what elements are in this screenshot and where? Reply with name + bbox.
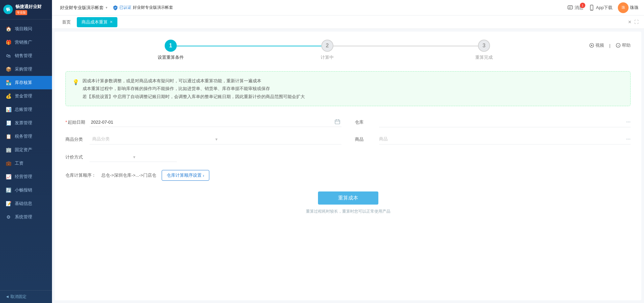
sidebar-item-accounting[interactable]: 📊 总账管理 [0,103,52,116]
system-icon: ⚙ [5,214,11,220]
sidebar-item-expense[interactable]: 🔄 小畅报销 [0,183,52,197]
payroll-icon: 💼 [5,160,11,166]
info-box: 💡 因成本计算参数调整，或是对商品成本有疑问时，可以通过成本重算功能，重新计算一… [65,71,631,106]
verified-account-name: 好业财专业版演示帐套 [133,5,173,10]
category-select[interactable]: 商品分类 ▾ [90,134,341,144]
account-name: 好业财专业版演示帐套 [60,5,104,11]
close-window-icon[interactable]: ✕ [628,19,632,25]
svg-text:?: ? [618,44,619,47]
step-2-label: 计算中 [321,54,334,60]
help-link[interactable]: ? 帮助 [616,42,631,48]
start-date-label: *起始日期 [65,119,86,125]
sidebar-item-inventory[interactable]: 🏪 库存核算 [0,76,52,89]
pricing-row: 计价方式 ▾ [65,153,631,162]
app-title: 畅捷通好业财 [15,4,42,9]
user-profile[interactable]: 珠 珠珠 [618,2,639,13]
app-download-button[interactable]: App下载 [589,5,612,11]
help-links: 视频 | ? 帮助 [589,40,631,48]
app-logo: 畅 [3,5,13,14]
start-date-field [90,118,341,127]
sidebar-item-procurement[interactable]: 📦 采购管理 [0,62,52,76]
bulb-icon: 💡 [72,78,79,100]
verified-badge: 已认证 好业财专业版演示帐套 [113,5,173,10]
app-title-block: 畅捷通好业财 专业版 [15,4,42,15]
sidebar-item-marketing[interactable]: 🎁 营销推广 [0,36,52,49]
category-chevron-icon: ▾ [215,137,338,142]
fixed-assets-icon: 🏢 [5,147,11,153]
sidebar-item-basic-info[interactable]: 📝 基础信息 [0,197,52,210]
video-link[interactable]: 视频 [589,42,604,48]
notification-count: 1 [580,3,585,8]
sales-icon: 🛍 [5,53,11,59]
sidebar-item-invoice[interactable]: 🧾 发票管理 [0,116,52,130]
calendar-icon[interactable] [333,119,341,125]
tax-icon: 📋 [5,133,11,139]
warehouse-label: 仓库 [355,119,375,125]
basic-info-icon: 📝 [5,201,11,207]
finance-icon: 💰 [5,93,11,99]
procurement-icon: 📦 [5,66,11,72]
account-chevron-icon: ▾ [106,6,107,9]
sidebar-item-fixed-assets[interactable]: 🏢 固定资产 [0,143,52,157]
steps-help-row: 1 设置重算条件 2 计算中 3 [65,40,631,60]
svg-rect-7 [335,120,340,124]
message-icon [567,5,573,11]
form-row-warehouse: 仓库 ··· [355,117,631,127]
project-advisor-icon: 🏠 [5,26,11,32]
steps-container: 1 设置重算条件 2 计算中 3 [65,40,589,60]
step-line-1-2 [171,46,327,46]
expand-window-icon[interactable]: ⛶ [634,19,639,25]
warehouse-field: ··· [379,117,631,127]
svg-rect-0 [568,6,573,9]
sidebar-item-project-advisor[interactable]: 🏠 项目顾问 [0,22,52,36]
warehouse-order-row: 仓库计算顺序： 总仓->深圳仓库->...->门店仓 仓库计算顺序设置 › [65,170,631,181]
pricing-label: 计价方式 [65,154,86,160]
tab-cost-recalc[interactable]: 商品成本重算 ✕ [77,17,117,27]
content-area: 1 设置重算条件 2 计算中 3 [55,32,641,300]
step-2: 2 计算中 [249,40,406,60]
sidebar-unpin-button[interactable]: ◄ 取消固定 [0,290,52,303]
step-line-2-3 [327,46,484,46]
tab-home[interactable]: 首页 [57,17,75,27]
tabbar: 首页 商品成本重算 ✕ ✕ ⛶ [52,15,644,29]
warehouse-order-value: 总仓->深圳仓库->...->门店仓 [101,172,156,178]
help-separator: | [609,42,610,48]
tab-actions: ✕ ⛶ [628,19,639,25]
shield-check-icon [113,5,118,10]
step-3: 3 重算完成 [406,40,562,60]
accounting-icon: 📊 [5,106,11,113]
question-circle-icon: ? [616,43,621,48]
main-area: 好业财专业版演示帐套 ▾ 已认证 好业财专业版演示帐套 消息 1 [52,0,644,303]
inventory-icon: 🏪 [5,80,11,86]
sidebar: 畅 畅捷通好业财 专业版 🏠 项目顾问 🎁 营销推广 🛍 销售管理 📦 采购管理… [0,0,52,303]
goods-label: 商品 [355,136,375,142]
warehouse-order-settings-button[interactable]: 仓库计算顺序设置 › [162,170,209,181]
info-text: 因成本计算参数调整，或是对商品成本有疑问时，可以通过成本重算功能，重新计算一遍成… [83,77,305,100]
step-3-circle: 3 [478,40,490,52]
sidebar-item-finance[interactable]: 💰 资金管理 [0,89,52,103]
sidebar-item-tax[interactable]: 📋 税务管理 [0,130,52,143]
account-selector[interactable]: 好业财专业版演示帐套 ▾ [57,3,110,12]
sidebar-item-payroll[interactable]: 💼 工资 [0,157,52,170]
warehouse-dots-icon[interactable]: ··· [626,119,631,125]
recalculate-button[interactable]: 重算成本 [318,191,378,205]
start-date-input[interactable] [90,118,333,127]
step-1-label: 设置重算条件 [158,54,184,60]
step-1-circle: 1 [165,40,177,52]
sidebar-nav: 🏠 项目顾问 🎁 营销推广 🛍 销售管理 📦 采购管理 🏪 库存核算 💰 资金管… [0,19,52,290]
recalculate-note: 重算过程耗时较长，重算时您可以正常使用产品 [65,209,631,214]
sidebar-item-system[interactable]: ⚙ 系统管理 [0,210,52,224]
sidebar-item-sales[interactable]: 🛍 销售管理 [0,49,52,62]
form-grid: *起始日期 仓库 [65,117,631,144]
goods-dots-icon[interactable]: ··· [626,136,631,142]
edition-badge: 专业版 [15,10,27,15]
sidebar-item-operations[interactable]: 📈 经营管理 [0,170,52,183]
topbar-right: 消息 1 App下载 珠 珠珠 [567,2,639,13]
invoice-icon: 🧾 [5,120,11,126]
message-button[interactable]: 消息 1 [567,5,583,11]
pricing-select[interactable]: ▾ [90,153,177,162]
tab-close-icon[interactable]: ✕ [110,20,113,24]
svg-point-2 [591,9,592,10]
form-row-category: 商品分类 商品分类 ▾ [65,134,341,144]
user-name: 珠珠 [630,5,639,11]
